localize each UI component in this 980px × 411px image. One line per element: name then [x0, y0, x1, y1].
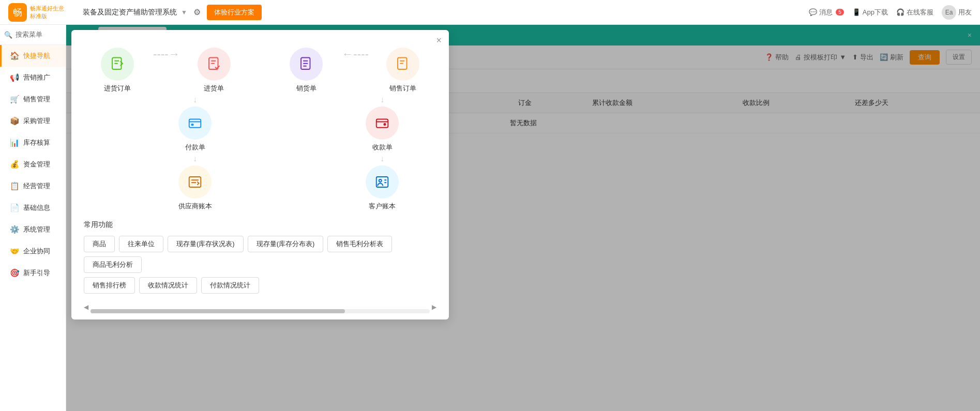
flow-node-receipt[interactable]: 收款单: [349, 106, 416, 152]
message-badge: 5: [836, 9, 844, 16]
capital-icon: 💰: [10, 160, 19, 169]
receipt-icon: [366, 106, 399, 140]
modal-scrollbar-area: ◀ ▶: [84, 301, 436, 313]
arrow-sales-order-to-bill: ← - - - -: [340, 48, 369, 75]
app-download-button[interactable]: 📱 App下载: [852, 8, 888, 17]
online-service-button[interactable]: 🎧 在线客服: [896, 8, 933, 17]
down-arrow-supplier: ↓: [193, 154, 197, 163]
func-buttons-row1: 商品 往来单位 现存量(库存状况表) 现存量(库存分布表) 销售毛利分析表 商品…: [84, 236, 436, 273]
flow-node-purchase-order[interactable]: 进货订单: [84, 48, 151, 93]
flow-node-customer-wrap: ↓ 客户账本: [349, 154, 416, 211]
flow-node-receipt-wrap: ↓ 收款单: [349, 95, 416, 152]
func-buttons-row2: 销售排行榜 收款情况统计 付款情况统计: [84, 277, 436, 294]
customer-account-label: 客户账本: [369, 202, 396, 211]
common-functions-section: 常用功能 商品 往来单位 现存量(库存状况表) 现存量(库存分布表) 销售毛利分…: [84, 220, 436, 294]
supplier-account-icon: [178, 165, 212, 199]
supplier-account-label: 供应商账本: [178, 202, 212, 211]
sales-order-icon: [386, 48, 419, 81]
user-menu[interactable]: Ea 用友: [942, 5, 972, 20]
download-icon: 📱: [852, 8, 861, 16]
modal-close-button[interactable]: ×: [436, 35, 442, 46]
flow-node-customer-account[interactable]: 客户账本: [349, 165, 416, 211]
func-btn-product-profit[interactable]: 商品毛利分析: [84, 256, 142, 273]
guide-icon: 🎯: [10, 268, 19, 278]
logo-text: 畅库通好生意标准版: [30, 5, 64, 20]
sales-bill-label: 销货单: [296, 84, 316, 93]
search-icon: 🔍: [4, 31, 12, 39]
sidebar-item-enterprise[interactable]: 🤝 企业协同: [0, 240, 66, 262]
operation-icon: 📋: [10, 181, 19, 191]
sidebar-item-sales[interactable]: 🛒 销售管理: [0, 88, 66, 110]
purchase-bill-label: 进货单: [204, 84, 224, 93]
system-title-area: 装备及固定资产辅助管理系统 ▼ ⚙ 体验行业方案: [83, 5, 809, 20]
down-arrow-customer: ↓: [380, 154, 384, 163]
customer-account-icon: [366, 165, 399, 199]
func-btn-receipt-stat[interactable]: 收款情况统计: [139, 277, 197, 294]
sidebar-item-purchase[interactable]: 📦 采购管理: [0, 110, 66, 132]
sidebar-item-capital[interactable]: 💰 资金管理: [0, 154, 66, 175]
flow-node-supplier-account[interactable]: 供应商账本: [161, 165, 229, 211]
sidebar-item-operation[interactable]: 📋 经营管理: [0, 175, 66, 197]
func-btn-contacts[interactable]: 往来单位: [119, 236, 163, 252]
down-arrow-payment: ↓: [193, 95, 197, 104]
flow-node-payment-wrap: ↓ 付款单: [161, 95, 229, 152]
enterprise-icon: 🤝: [10, 247, 19, 256]
flow-node-purchase-bill[interactable]: 进货单: [180, 48, 248, 93]
func-btn-product[interactable]: 商品: [84, 236, 115, 252]
flow-node-sales-order[interactable]: 销售订单: [369, 48, 436, 93]
purchase-icon: 📦: [10, 116, 19, 126]
func-btn-sales-profit[interactable]: 销售毛利分析表: [327, 236, 392, 252]
experience-button[interactable]: 体验行业方案: [207, 5, 262, 20]
scroll-right-icon[interactable]: ▶: [432, 303, 436, 311]
sidebar-item-inventory[interactable]: 📊 库存核算: [0, 132, 66, 154]
settings-icon[interactable]: ⚙: [193, 7, 201, 17]
payment-label: 付款单: [185, 143, 205, 152]
svg-point-10: [379, 179, 382, 182]
scroll-left-icon[interactable]: ◀: [84, 303, 88, 311]
inventory-icon: 📊: [10, 138, 19, 147]
service-icon: 🎧: [896, 8, 904, 16]
down-arrow-receipt: ↓: [380, 95, 384, 104]
purchase-bill-icon: [198, 48, 231, 81]
func-btn-payment-stat[interactable]: 付款情况统计: [201, 277, 259, 294]
func-btn-sales-rank[interactable]: 销售排行榜: [84, 277, 135, 294]
sales-icon: 🛒: [10, 95, 19, 104]
func-btn-stock-status[interactable]: 现存量(库存状况表): [168, 236, 244, 252]
svg-rect-4: [189, 119, 201, 128]
search-menu-button[interactable]: 🔍 搜索菜单: [0, 25, 66, 45]
func-btn-stock-dist[interactable]: 现存量(库存分布表): [248, 236, 324, 252]
purchase-order-icon: [101, 48, 134, 81]
sidebar-item-guide[interactable]: 🎯 新手引导: [0, 262, 66, 284]
avatar: Ea: [942, 5, 956, 20]
flow-node-payment[interactable]: 付款单: [161, 106, 229, 152]
payment-icon: [178, 106, 212, 140]
sidebar-item-marketing[interactable]: 📢 营销推广: [0, 67, 66, 88]
sidebar: 🔍 搜索菜单 🏠 快捷导航 📢 营销推广 🛒 销售管理 📦 采购管理 📊: [0, 25, 66, 411]
message-icon: 💬: [809, 8, 817, 16]
message-button[interactable]: 💬 消息 5: [809, 8, 844, 17]
flow-node-sales-bill[interactable]: 销货单: [273, 48, 340, 93]
modal-overlay[interactable]: × 进货订单: [66, 25, 980, 411]
svg-rect-5: [191, 124, 194, 126]
content-area: 首页 销售订单执行表 × × ❓ 帮助 🖨 按模板打印 ▼: [66, 25, 980, 411]
receipt-label: 收款单: [372, 143, 393, 152]
dropdown-arrow-icon[interactable]: ▼: [181, 9, 187, 16]
purchase-order-label: 进货订单: [104, 84, 131, 93]
flow-modal: × 进货订单: [71, 30, 449, 319]
logo-icon: 畅: [8, 3, 27, 22]
sidebar-item-basic[interactable]: 📄 基础信息: [0, 197, 66, 219]
svg-rect-8: [189, 177, 201, 187]
basic-icon: 📄: [10, 203, 19, 212]
svg-rect-6: [376, 119, 388, 128]
home-icon: 🏠: [10, 51, 19, 60]
sidebar-item-quick-nav[interactable]: 🏠 快捷导航: [0, 45, 66, 67]
modal-scrollbar[interactable]: [91, 309, 430, 313]
arrow-purchase-to-bill: - - - - →: [151, 48, 180, 75]
marketing-icon: 📢: [10, 73, 19, 82]
flow-node-supplier-wrap: ↓ 供应商账本: [161, 154, 229, 211]
sidebar-item-system[interactable]: ⚙️ 系统管理: [0, 219, 66, 240]
system-title: 装备及固定资产辅助管理系统: [83, 8, 177, 17]
top-right-actions: 💬 消息 5 📱 App下载 🎧 在线客服 Ea 用友: [809, 5, 972, 20]
logo-area: 畅 畅库通好生意标准版: [8, 3, 74, 22]
svg-point-7: [384, 123, 386, 126]
